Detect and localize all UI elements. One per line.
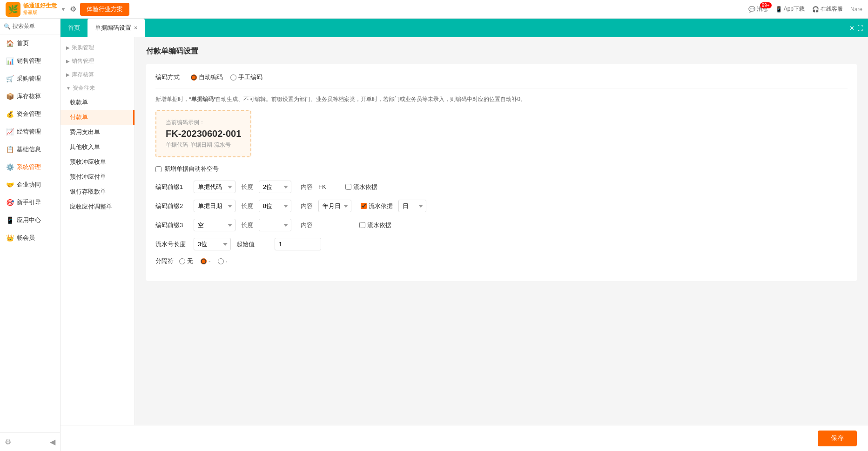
chevron-down-icon: ▼ (66, 86, 71, 91)
sidebar-item-sales[interactable]: 📊 销售管理 (0, 52, 60, 70)
content1-value: FK (318, 183, 332, 190)
sidebar-item-purchase[interactable]: 🛒 采购管理 (0, 70, 60, 88)
fullscreen-icon[interactable]: ⛶ (857, 25, 863, 32)
sep-none-option[interactable]: 无 (179, 257, 193, 265)
sidebar-item-home[interactable]: 🏠 首页 (0, 34, 60, 52)
sep-dash-option[interactable]: - (201, 258, 210, 265)
sidebar-item-label-capital: 资金管理 (17, 110, 41, 118)
sidebar-item-appstore[interactable]: 📱 应用中心 (0, 211, 60, 229)
sidebar-item-label-basic: 基础信息 (17, 145, 41, 154)
serial1-checkbox[interactable] (345, 184, 351, 190)
dropdown-arrow[interactable]: ▼ (61, 6, 66, 13)
sidebar-item-inventory[interactable]: 📦 库存核算 (0, 88, 60, 105)
user-info[interactable]: Nare (850, 6, 862, 13)
tab-close-icon[interactable]: × (134, 25, 137, 31)
auto-encode-radio[interactable] (191, 74, 197, 81)
tab-home[interactable]: 首页 (61, 19, 87, 37)
service-icon: 🎧 (812, 6, 819, 13)
serial3-check-label[interactable]: 流水依据 (359, 221, 391, 229)
length1-label: 长度 (241, 183, 253, 191)
search-icon: 🔍 (4, 23, 11, 30)
sidebar-item-capital[interactable]: 💰 资金管理 (0, 105, 60, 123)
auto-zero-checkbox[interactable] (155, 166, 161, 172)
separator-row: 分隔符 无 - · (155, 257, 848, 265)
operation-icon: 📈 (6, 128, 14, 136)
sub-nav-item-advance-receipt[interactable]: 预收冲应收单 (61, 155, 135, 169)
serial2-unit-select[interactable]: 日 月 年 (398, 200, 426, 212)
code-preview-value: FK-20230602-001 (166, 128, 241, 139)
length3-select[interactable]: 2位 3位 (259, 219, 291, 231)
serial-length-select[interactable]: 3位 4位 5位 6位 (194, 238, 231, 250)
sub-nav-item-receipt[interactable]: 收款单 (61, 95, 135, 110)
online-service-button[interactable]: 🎧 在线客服 (812, 5, 843, 13)
sidebar-settings-icon[interactable]: ⚙ (5, 438, 11, 446)
save-button[interactable]: 保存 (818, 431, 857, 446)
auto-zero-row: 新增单据自动补空号 (155, 165, 848, 173)
sidebar-item-label-purchase: 采购管理 (17, 74, 41, 83)
sep-dot-radio[interactable] (218, 258, 224, 264)
sidebar-item-operation[interactable]: 📈 经营管理 (0, 123, 60, 141)
start-value-input[interactable] (275, 238, 321, 250)
sep-none-radio[interactable] (179, 258, 185, 264)
sidebar-item-label-system: 系统管理 (17, 163, 41, 171)
sidebar-item-member[interactable]: 👑 畅会员 (0, 229, 60, 247)
tab-settings[interactable]: 单据编码设置 × (87, 19, 145, 37)
sub-nav-item-expense[interactable]: 费用支出单 (61, 125, 135, 140)
auto-encode-option[interactable]: 自动编码 (191, 73, 223, 81)
serial2-checkbox[interactable] (361, 203, 367, 209)
serial3-checkbox[interactable] (359, 222, 365, 228)
sidebar-item-system[interactable]: ⚙️ 系统管理 (0, 158, 60, 176)
sidebar-collapse-icon[interactable]: ◀ (50, 438, 55, 446)
expand-icon[interactable]: ✕ (849, 25, 855, 32)
chevron-right-icon-2: ▶ (66, 59, 70, 64)
prefix3-select[interactable]: 空 单据代码 部门 (194, 219, 236, 231)
sidebar-item-label-inventory: 库存核算 (17, 92, 41, 101)
app-download-label: App下载 (784, 5, 805, 13)
sub-nav-item-expense-label: 费用支出单 (70, 128, 100, 135)
appstore-icon: 📱 (6, 216, 14, 224)
app-download-button[interactable]: 📱 App下载 (775, 5, 805, 13)
settings-icon[interactable]: ⚙ (70, 5, 76, 13)
sub-nav-group-sales[interactable]: ▶ 销售管理 (61, 54, 135, 68)
length2-select[interactable]: 8位 6位 4位 (259, 200, 291, 212)
prefix2-select[interactable]: 单据日期 部门 业务员 (194, 200, 236, 212)
serial1-check-label[interactable]: 流水依据 (345, 183, 377, 191)
sidebar-item-guide[interactable]: 🎯 新手引导 (0, 194, 60, 211)
serial2-check-label[interactable]: 流水依据 (361, 202, 393, 210)
sub-nav-item-bank-deposit-label: 银行存取款单 (70, 188, 106, 195)
prefix1-select[interactable]: 单据代码 部门 业务员 (194, 181, 236, 193)
chevron-right-icon: ▶ (66, 45, 70, 50)
sep-none-label: 无 (187, 257, 193, 265)
sep-dot-option[interactable]: · (218, 258, 228, 265)
manual-encode-option[interactable]: 手工编码 (230, 73, 262, 81)
sub-nav-group-capital[interactable]: ▼ 资金往来 (61, 81, 135, 95)
sidebar-item-enterprise[interactable]: 🤝 企业协同 (0, 176, 60, 194)
sub-nav-item-other-income-label: 其他收入单 (70, 143, 100, 150)
sub-nav-group-purchase[interactable]: ▶ 采购管理 (61, 41, 135, 54)
sep-dash-radio[interactable] (201, 258, 207, 264)
sidebar-search[interactable]: 🔍 搜索菜单 (0, 19, 60, 34)
sub-nav-item-payment[interactable]: 付款单 (61, 110, 135, 125)
sub-nav-item-adjustment-label: 应收应付调整单 (70, 203, 112, 210)
sidebar-item-basic[interactable]: 📋 基础信息 (0, 141, 60, 158)
sub-nav-group-inventory[interactable]: ▶ 库存核算 (61, 68, 135, 81)
sub-nav-item-bank-deposit[interactable]: 银行存取款单 (61, 184, 135, 199)
auto-encode-label: 自动编码 (199, 73, 223, 81)
sub-nav-item-advance-payment[interactable]: 预付冲应付单 (61, 169, 135, 184)
logo-subtitle: 搭赢版 (23, 9, 57, 16)
main-layout: 🔍 搜索菜单 🏠 首页 📊 销售管理 🛒 采购管理 📦 库存核算 💰 资金管理 … (0, 19, 868, 451)
sales-icon: 📊 (6, 57, 14, 65)
sub-nav-item-other-income[interactable]: 其他收入单 (61, 140, 135, 155)
message-button[interactable]: 💬 消息 99+ (748, 5, 768, 13)
content2-select[interactable]: 年月日 年月 年 (318, 200, 351, 212)
app-icon: 📱 (775, 6, 782, 13)
manual-encode-radio[interactable] (230, 74, 236, 81)
tip-highlight: *单据编码* (189, 96, 215, 102)
sub-nav-item-adjustment[interactable]: 应收应付调整单 (61, 199, 135, 214)
length1-select[interactable]: 2位 3位 4位 (259, 181, 291, 193)
system-icon: ⚙️ (6, 163, 14, 171)
nav-tab-expand: ✕ ⛶ (845, 25, 868, 32)
top-bar: 🌿 畅通道好生意 搭赢版 ▼ ⚙ 体验行业方案 💬 消息 99+ 📱 App下载… (0, 0, 868, 19)
trial-button[interactable]: 体验行业方案 (80, 3, 129, 16)
content3-value (318, 225, 346, 225)
